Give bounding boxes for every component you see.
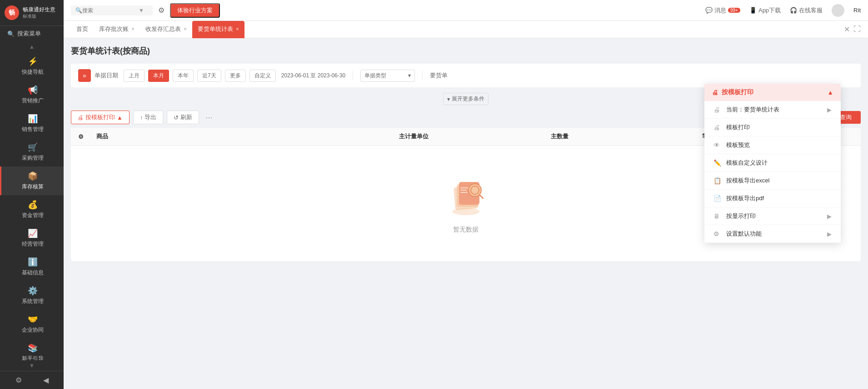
- sidebar-item-collaboration[interactable]: 🤝 企业协同: [0, 310, 64, 338]
- date-btn-this-year[interactable]: 本年: [173, 70, 194, 82]
- username-label: Rit: [853, 7, 861, 14]
- tab-inventory-batch[interactable]: 库存批次账 ×: [94, 21, 140, 38]
- sidebar-scroll-up[interactable]: ▲: [0, 41, 64, 52]
- filter-divider-1: [353, 71, 353, 80]
- dropdown-item-custom-design[interactable]: ✏️ 模板自定义设计: [704, 154, 841, 172]
- trial-btn[interactable]: 体验行业方案: [170, 3, 220, 18]
- dropdown-title: 按模板打印: [722, 88, 753, 96]
- user-avatar[interactable]: [832, 4, 844, 17]
- dropdown-item-export-pdf[interactable]: 📄 按模板导出pdf: [704, 190, 841, 207]
- sidebar-item-guide[interactable]: 📚 新手引导: [0, 338, 64, 360]
- window-expand-btn[interactable]: ⛶: [853, 25, 861, 34]
- sidebar-item-purchase[interactable]: 🛒 采购管理: [0, 138, 64, 167]
- topbar-search-chevron[interactable]: ▼: [139, 7, 144, 14]
- sales-icon: 📊: [28, 114, 38, 124]
- sidebar-item-info[interactable]: ℹ️ 基础信息: [0, 253, 64, 281]
- quick-nav-label: 快捷导航: [22, 68, 44, 76]
- svg-rect-7: [460, 187, 469, 188]
- tab-inventory-batch-close[interactable]: ×: [131, 26, 135, 32]
- sidebar-item-inventory[interactable]: 📦 库存核算: [0, 167, 64, 195]
- sidebar-item-sales[interactable]: 📊 销售管理: [0, 109, 64, 138]
- refresh-btn[interactable]: ↺ 刷新: [167, 111, 199, 124]
- page-title: 要货单统计表(按商品): [71, 45, 861, 56]
- headset-icon: 🎧: [790, 7, 797, 14]
- dropdown-close-arrow[interactable]: ▲: [827, 89, 833, 96]
- system-label: 系统管理: [22, 298, 44, 305]
- date-btn-this-month[interactable]: 本月: [148, 70, 169, 82]
- sidebar-scroll-down[interactable]: ▼: [0, 360, 64, 371]
- sidebar-settings-btn[interactable]: ⚙: [15, 376, 22, 384]
- custom-design-icon: ✏️: [713, 159, 722, 167]
- topbar-settings-icon[interactable]: ⚙: [158, 6, 165, 15]
- topbar-search-input[interactable]: [82, 7, 137, 14]
- svg-line-6: [479, 195, 483, 198]
- settings-col-icon[interactable]: ⚙: [78, 133, 84, 140]
- export-pdf-icon: 📄: [713, 195, 722, 202]
- filter-expand-btn[interactable]: »: [78, 69, 91, 82]
- type-filter-select[interactable]: 单据类型 ▾: [360, 70, 415, 82]
- filter-divider-2: [422, 71, 423, 80]
- set-default-arrow: ▶: [827, 231, 832, 237]
- dropdown-item-set-default[interactable]: ⚙ 设置默认功能 ▶: [704, 225, 841, 243]
- info-icon: ℹ️: [28, 257, 38, 267]
- tab-order-stats[interactable]: 要货单统计表 ×: [192, 21, 244, 38]
- table-col-check[interactable]: ⚙: [78, 133, 96, 140]
- app-download-btn[interactable]: 📱 App下载: [749, 6, 781, 15]
- sidebar-collapse-btn[interactable]: ◀: [43, 376, 49, 384]
- dropdown-item-preview[interactable]: 👁 模板预览: [704, 136, 841, 154]
- operations-icon: 📈: [28, 228, 38, 238]
- export-btn[interactable]: ↑ 导出: [133, 111, 164, 124]
- sidebar-search-menu[interactable]: 🔍 搜索菜单: [0, 26, 64, 41]
- more-actions-btn[interactable]: ···: [203, 113, 215, 122]
- print-btn[interactable]: 🖨 按模板打印 ▲: [71, 111, 130, 124]
- topbar-search-box[interactable]: 🔍 ▼: [71, 5, 153, 15]
- tab-home-label: 首页: [76, 25, 88, 33]
- set-default-label: 设置默认功能: [726, 230, 762, 238]
- custom-design-label: 模板自定义设计: [726, 159, 768, 167]
- preview-item-icon: 👁: [713, 141, 722, 149]
- guide-label: 新手引导: [22, 355, 44, 360]
- finance-label: 资金管理: [22, 212, 44, 219]
- dropdown-current-template[interactable]: 🖨 当前：要货单统计表 ▶: [704, 101, 841, 119]
- sidebar-item-system[interactable]: ⚙️ 系统管理: [0, 281, 64, 310]
- display-print-label: 按显示打印: [726, 212, 756, 220]
- type-filter-label: 单据类型: [364, 72, 386, 80]
- messages-btn[interactable]: 💬 消息 99+: [705, 6, 740, 15]
- dropdown-item-print[interactable]: 🖨 模板打印: [704, 119, 841, 136]
- sales-label: 销售管理: [22, 126, 44, 133]
- online-service-btn[interactable]: 🎧 在线客服: [790, 6, 823, 15]
- print-item-label: 模板打印: [726, 123, 750, 131]
- expand-more-btn[interactable]: ▾ 展开更多条件: [443, 93, 489, 105]
- window-btns: ✕ ⛶: [844, 25, 861, 34]
- date-btn-7days[interactable]: 近7天: [197, 70, 221, 82]
- refresh-label: 刷新: [180, 113, 192, 121]
- page-content: 要货单统计表(按商品) » 单据日期 上月 本月 本年 近7天 更多 自定义 2…: [64, 38, 868, 389]
- export-excel-icon: 📋: [713, 177, 722, 184]
- tab-order-stats-close[interactable]: ×: [236, 26, 239, 32]
- date-btn-custom[interactable]: 自定义: [249, 70, 276, 82]
- svg-rect-8: [460, 190, 467, 191]
- tab-inventory-batch-label: 库存批次账: [99, 25, 129, 33]
- main-area: 🔍 ▼ ⚙ 体验行业方案 💬 消息 99+ 📱 App下载 🎧 在线客服 Rit: [64, 0, 868, 389]
- sidebar-item-finance[interactable]: 💰 资金管理: [0, 195, 64, 224]
- tab-stock-summary[interactable]: 收发存汇总表 ×: [140, 21, 192, 38]
- empty-icon: [443, 173, 489, 218]
- sidebar-item-operations[interactable]: 📈 经营管理: [0, 224, 64, 253]
- display-print-arrow: ▶: [827, 213, 832, 220]
- topbar-search-icon: 🔍: [75, 7, 82, 14]
- display-print-icon: 🖥: [713, 212, 722, 220]
- inventory-label: 库存核算: [22, 183, 44, 191]
- date-btn-last-month[interactable]: 上月: [124, 70, 145, 82]
- svg-rect-9: [460, 192, 468, 193]
- export-label: 导出: [145, 113, 156, 121]
- expand-more-icon: ▾: [447, 96, 450, 102]
- dropdown-header: 🖨 按模板打印 ▲: [704, 84, 841, 101]
- date-btn-more[interactable]: 更多: [225, 70, 246, 82]
- dropdown-item-display-print[interactable]: 🖥 按显示打印 ▶: [704, 207, 841, 225]
- tab-stock-summary-close[interactable]: ×: [184, 26, 187, 32]
- window-close-btn[interactable]: ✕: [844, 25, 850, 34]
- sidebar-item-quick-nav[interactable]: ⚡ 快捷导航: [0, 52, 64, 81]
- dropdown-item-export-excel[interactable]: 📋 按模板导出excel: [704, 172, 841, 190]
- sidebar-item-marketing[interactable]: 📢 营销推广: [0, 81, 64, 109]
- tab-home[interactable]: 首页: [71, 21, 94, 38]
